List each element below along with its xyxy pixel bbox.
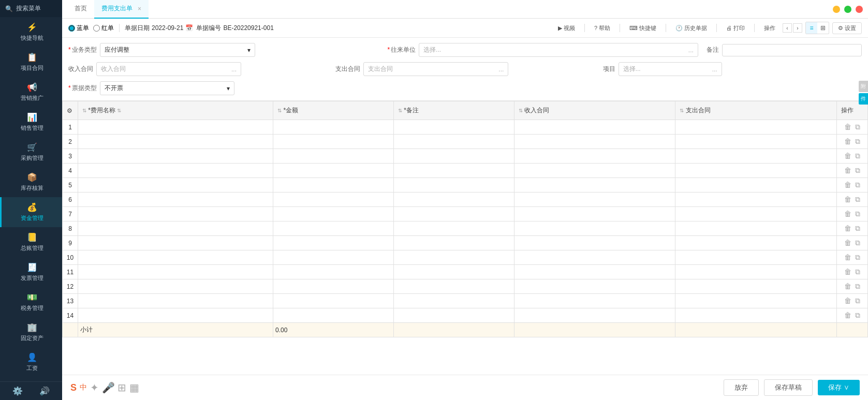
tab-home[interactable]: 首页 (67, 0, 94, 19)
delete-btn-6[interactable]: 🗑 (844, 195, 851, 203)
sidebar-item-invoice[interactable]: 🧾发票管理 (0, 257, 62, 287)
cell-income-contract-7[interactable] (514, 207, 675, 221)
delete-btn-13[interactable]: 🗑 (844, 297, 851, 305)
window-minimize[interactable] (833, 6, 840, 13)
cell-income-contract-1[interactable] (514, 120, 675, 135)
sidebar-item-inventory[interactable]: 📦库存核算 (0, 167, 62, 197)
cell-expense-contract-7[interactable] (675, 207, 837, 221)
cell-expense-name-12[interactable] (78, 279, 273, 294)
cell-income-contract-4[interactable] (514, 164, 675, 178)
operation-btn[interactable]: 操作 (760, 23, 779, 34)
video-btn[interactable]: ▶ 视频 (554, 23, 579, 34)
delete-btn-5[interactable]: 🗑 (844, 181, 851, 189)
date-value[interactable]: 2022-09-21 (152, 24, 183, 32)
cell-remark-3[interactable] (393, 149, 514, 164)
cell-income-contract-12[interactable] (514, 279, 675, 294)
cell-amount-11[interactable] (273, 265, 394, 279)
cell-expense-name-8[interactable] (78, 221, 273, 236)
project-select[interactable]: 选择... ... (619, 62, 722, 76)
volume-icon[interactable]: 🔊 (39, 386, 50, 396)
cell-expense-name-13[interactable] (78, 294, 273, 308)
cell-amount-5[interactable] (273, 178, 394, 192)
copy-btn-4[interactable]: ⧉ (855, 166, 860, 174)
docno-value[interactable]: BE-20220921-001 (223, 24, 273, 32)
cell-remark-12[interactable] (393, 279, 514, 294)
cell-income-contract-13[interactable] (514, 294, 675, 308)
delete-btn-1[interactable]: 🗑 (844, 123, 851, 131)
delete-btn-3[interactable]: 🗑 (844, 152, 851, 160)
cell-remark-11[interactable] (393, 265, 514, 279)
project-dots[interactable]: ... (712, 66, 717, 73)
window-close[interactable] (856, 6, 863, 13)
cell-income-contract-8[interactable] (514, 221, 675, 236)
cell-remark-5[interactable] (393, 178, 514, 192)
delete-btn-7[interactable]: 🗑 (844, 210, 851, 218)
cell-amount-9[interactable] (273, 236, 394, 250)
cell-remark-7[interactable] (393, 207, 514, 221)
cell-remark-13[interactable] (393, 294, 514, 308)
counterpart-select[interactable]: 选择... ... (419, 43, 698, 57)
sidebar-item-purchase[interactable]: 🛒采购管理 (0, 137, 62, 167)
cell-expense-name-14[interactable] (78, 308, 273, 323)
cell-expense-contract-2[interactable] (675, 135, 837, 149)
save-draft-button[interactable]: 保存草稿 (764, 379, 813, 396)
cell-income-contract-10[interactable] (514, 250, 675, 265)
copy-btn-7[interactable]: ⧉ (855, 210, 860, 218)
copy-btn-9[interactable]: ⧉ (855, 239, 860, 247)
sidebar-item-accounting[interactable]: 📒总账管理 (0, 227, 62, 257)
calendar-icon[interactable]: 📅 (185, 24, 193, 32)
cell-amount-8[interactable] (273, 221, 394, 236)
copy-btn-2[interactable]: ⧉ (855, 137, 860, 145)
expense-dots[interactable]: ... (498, 66, 504, 73)
cell-amount-6[interactable] (273, 192, 394, 207)
settings-button[interactable]: ⚙ 设置 (832, 22, 862, 34)
cell-remark-9[interactable] (393, 236, 514, 250)
save-button[interactable]: 保存 ∨ (818, 380, 860, 395)
right-panel-tab1[interactable]: 附 (859, 81, 868, 92)
view-grid[interactable]: ⊞ (817, 22, 829, 34)
cell-expense-name-7[interactable] (78, 207, 273, 221)
invoice-type-select[interactable]: 不开票 ▾ (100, 81, 234, 95)
cell-expense-contract-6[interactable] (675, 192, 837, 207)
radio-red[interactable]: 红单 (93, 24, 114, 33)
delete-btn-10[interactable]: 🗑 (844, 253, 851, 261)
cell-amount-7[interactable] (273, 207, 394, 221)
window-maximize[interactable] (844, 6, 851, 13)
view-list[interactable]: ≡ (806, 22, 817, 34)
sidebar-item-marketing[interactable]: 📢营销推广 (0, 77, 62, 107)
cell-amount-2[interactable] (273, 135, 394, 149)
cell-expense-name-9[interactable] (78, 236, 273, 250)
cell-income-contract-14[interactable] (514, 308, 675, 323)
settings-icon[interactable]: ⚙️ (12, 386, 23, 396)
col-expense-name[interactable]: ⇅ *费用名称 ⇅ (78, 101, 273, 120)
cell-expense-contract-12[interactable] (675, 279, 837, 294)
cell-expense-name-11[interactable] (78, 265, 273, 279)
cell-remark-14[interactable] (393, 308, 514, 323)
remark-input[interactable] (722, 44, 862, 56)
cell-expense-name-10[interactable] (78, 250, 273, 265)
cell-expense-name-6[interactable] (78, 192, 273, 207)
delete-btn-2[interactable]: 🗑 (844, 137, 851, 145)
copy-btn-11[interactable]: ⧉ (855, 268, 860, 276)
tab-expense-close[interactable]: × (138, 5, 141, 12)
nav-next[interactable]: › (793, 23, 802, 33)
copy-btn-10[interactable]: ⧉ (855, 253, 860, 261)
cell-expense-contract-10[interactable] (675, 250, 837, 265)
cell-expense-contract-1[interactable] (675, 120, 837, 135)
sidebar-item-tax[interactable]: 💵税务管理 (0, 287, 62, 317)
cell-expense-contract-5[interactable] (675, 178, 837, 192)
sidebar-item-quick-nav[interactable]: ⚡快捷导航 (0, 17, 62, 47)
delete-btn-8[interactable]: 🗑 (844, 224, 851, 232)
cell-amount-3[interactable] (273, 149, 394, 164)
expense-contract-select[interactable]: 支出合同 ... (363, 62, 508, 76)
cell-remark-10[interactable] (393, 250, 514, 265)
right-panel-tab2[interactable]: 件 (859, 93, 868, 105)
delete-btn-4[interactable]: 🗑 (844, 166, 851, 174)
history-btn[interactable]: 🕐 历史单据 (671, 23, 711, 34)
cell-income-contract-6[interactable] (514, 192, 675, 207)
copy-btn-13[interactable]: ⧉ (855, 297, 860, 305)
cell-amount-4[interactable] (273, 164, 394, 178)
copy-btn-8[interactable]: ⧉ (855, 224, 860, 232)
cell-expense-contract-8[interactable] (675, 221, 837, 236)
counterpart-dots[interactable]: ... (688, 47, 694, 54)
